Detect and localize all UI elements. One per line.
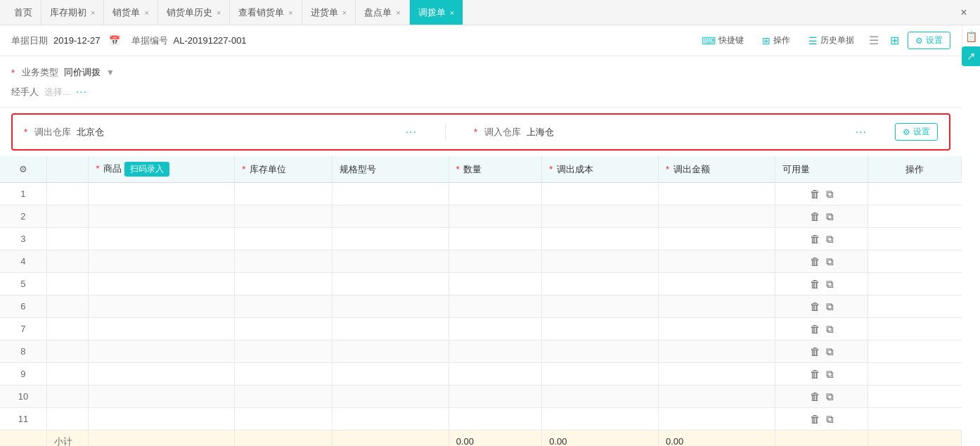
row-cost[interactable] [449,273,542,295]
tab-view-sales[interactable]: 查看销货单 × [230,0,302,25]
row-cost[interactable] [449,408,542,431]
row-spec[interactable] [235,318,333,340]
row-qty[interactable] [332,318,449,340]
row-qty[interactable] [332,408,449,431]
layout-grid-button[interactable]: ⊞ [887,32,902,49]
warehouse-settings-button[interactable]: ⚙ 设置 [895,123,938,141]
handler-more-icon[interactable]: ··· [76,86,87,98]
row-cost[interactable] [449,183,542,205]
operation-button[interactable]: ⊞ 操作 [756,31,797,50]
row-qty[interactable] [332,273,449,295]
row-product[interactable] [46,340,89,363]
row-product[interactable] [46,318,89,340]
row-amount[interactable] [542,295,659,318]
row-spec[interactable] [235,205,333,228]
row-cost[interactable] [449,318,542,340]
row-amount[interactable] [542,250,659,273]
col-header-settings[interactable]: ⚙ [0,156,46,183]
delete-icon[interactable]: 🗑 [810,413,820,425]
biz-type-select[interactable]: 同价调拨 ▼ [64,65,176,80]
row-unit[interactable] [89,183,235,205]
row-product[interactable] [46,363,89,386]
warehouse-in-value[interactable]: 上海仓 [527,126,554,139]
row-unit[interactable] [89,273,235,295]
row-product[interactable] [46,273,89,295]
row-product[interactable] [46,408,89,431]
row-unit[interactable] [89,205,235,228]
row-amount[interactable] [542,273,659,295]
delete-icon[interactable]: 🗑 [810,278,820,290]
tab-home[interactable]: 首页 [6,0,41,25]
row-amount[interactable] [542,205,659,228]
copy-icon[interactable]: ⧉ [826,300,834,313]
doc-date-value[interactable]: 2019-12-27 [53,35,101,46]
row-spec[interactable] [235,183,333,205]
row-product[interactable] [46,183,89,205]
row-unit[interactable] [89,250,235,273]
row-qty[interactable] [332,205,449,228]
row-amount[interactable] [542,183,659,205]
history-button[interactable]: ☰ 历史单据 [802,31,860,50]
row-spec[interactable] [235,386,333,408]
row-amount[interactable] [542,408,659,431]
row-product[interactable] [46,250,89,273]
row-spec[interactable] [235,228,333,250]
tab-close-view-sales[interactable]: × [288,8,292,17]
copy-icon[interactable]: ⧉ [826,233,834,246]
row-spec[interactable] [235,340,333,363]
sidebar-note-icon[interactable]: 📋 [963,28,980,45]
row-amount[interactable] [542,363,659,386]
tab-inventory-check[interactable]: 盘点单 × [356,0,409,25]
row-amount[interactable] [542,340,659,363]
table-container[interactable]: ⚙ * 商品 扫码录入 * 库存单位 规格型号 * 数量 [0,156,962,446]
copy-icon[interactable]: ⧉ [826,278,834,291]
copy-icon[interactable]: ⧉ [826,390,834,403]
row-product[interactable] [46,228,89,250]
row-cost[interactable] [449,340,542,363]
row-spec[interactable] [235,408,333,431]
delete-icon[interactable]: 🗑 [810,390,820,402]
delete-icon[interactable]: 🗑 [810,188,820,200]
tab-close-inventory-check[interactable]: × [396,8,400,17]
row-qty[interactable] [332,386,449,408]
row-cost[interactable] [449,205,542,228]
row-amount[interactable] [542,228,659,250]
warehouse-out-more-icon[interactable]: ··· [406,126,417,139]
copy-icon[interactable]: ⧉ [826,255,834,268]
tab-purchase-order[interactable]: 进货单 × [302,0,356,25]
delete-icon[interactable]: 🗑 [810,345,820,357]
row-spec[interactable] [235,250,333,273]
delete-icon[interactable]: 🗑 [810,300,820,312]
tab-close-purchase-order[interactable]: × [342,8,347,17]
warehouse-in-more-icon[interactable]: ··· [856,126,867,139]
row-unit[interactable] [89,318,235,340]
row-spec[interactable] [235,295,333,318]
row-cost[interactable] [449,228,542,250]
sidebar-link-icon[interactable]: ↗ [962,46,981,66]
delete-icon[interactable]: 🗑 [810,210,820,222]
row-unit[interactable] [89,340,235,363]
tab-close-inventory-init[interactable]: × [91,8,95,17]
delete-icon[interactable]: 🗑 [810,323,820,335]
row-cost[interactable] [449,363,542,386]
row-qty[interactable] [332,250,449,273]
row-spec[interactable] [235,363,333,386]
tab-close-sales-order[interactable]: × [144,8,148,17]
row-amount[interactable] [542,386,659,408]
row-unit[interactable] [89,408,235,431]
copy-icon[interactable]: ⧉ [826,210,834,223]
copy-icon[interactable]: ⧉ [826,368,834,381]
row-product[interactable] [46,295,89,318]
copy-icon[interactable]: ⧉ [826,323,834,336]
tab-sales-history[interactable]: 销货单历史 × [158,0,230,25]
row-product[interactable] [46,386,89,408]
row-qty[interactable] [332,363,449,386]
tab-transfer-order[interactable]: 调拨单 × [410,0,463,25]
row-qty[interactable] [332,183,449,205]
row-qty[interactable] [332,228,449,250]
row-amount[interactable] [542,318,659,340]
row-cost[interactable] [449,250,542,273]
scan-button[interactable]: 扫码录入 [124,162,169,177]
row-unit[interactable] [89,363,235,386]
tab-close-transfer-order[interactable]: × [450,8,454,17]
